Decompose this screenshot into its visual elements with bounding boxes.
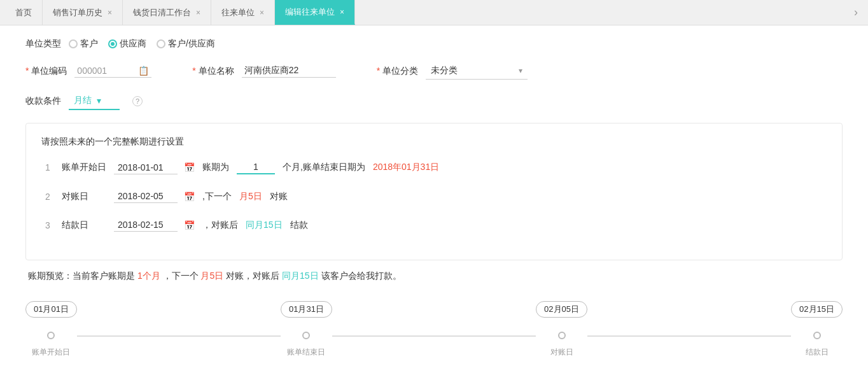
row-2-label: 对账日	[62, 191, 106, 202]
timeline-date-2: 01月31日	[281, 301, 332, 318]
timeline-label-1: 账单开始日	[32, 347, 70, 358]
setting-row-1: 1 账单开始日 2018-01-01 📅 账期为 个月,账单结束日期为 2018…	[41, 160, 827, 174]
row-3-date-group: 2018-02-15 📅	[114, 218, 195, 232]
tab-partner-unit[interactable]: 往来单位 ×	[211, 0, 275, 25]
row-3-suffix-after: 结款	[290, 220, 308, 231]
row-1-suffix-after: 个月,账单结束日期为	[283, 162, 365, 173]
preview-row: 账期预览：当前客户账期是 1个月 ，下一个 月5日 对账，对账后 同月15日 该…	[25, 271, 843, 282]
payment-select[interactable]: 月结 ▾	[69, 92, 120, 110]
tab-bar: 首页 销售订单历史 × 钱货日清工作台 × 往来单位 × 编辑往来单位 × ›	[0, 0, 868, 25]
preview-suffix: 该客户会给我打款。	[321, 271, 402, 281]
tab-partner-unit-label: 往来单位	[221, 7, 255, 18]
timeline-segment-4: 02月15日 结款日	[791, 301, 843, 358]
timeline-line-3	[587, 335, 791, 337]
code-input[interactable]	[77, 66, 134, 76]
row-1-date-group: 2018-01-01 📅	[114, 161, 195, 174]
timeline-dot-3	[558, 332, 566, 339]
timeline-label-2: 账单结束日	[287, 347, 325, 358]
category-arrow-icon: ▾	[519, 66, 522, 75]
preview-mid1: ，下一个	[163, 271, 199, 281]
tab-edit-partner-close[interactable]: ×	[340, 8, 344, 17]
row-3-date: 2018-02-15	[114, 218, 178, 232]
preview-item3: 同月15日	[282, 271, 319, 281]
row-1-label: 账单开始日	[62, 162, 106, 173]
tab-edit-partner[interactable]: 编辑往来单位 ×	[275, 0, 355, 25]
row-2-num: 2	[41, 192, 54, 202]
tab-expand-button[interactable]: ›	[849, 6, 863, 19]
tab-cash-work[interactable]: 钱货日清工作台 ×	[123, 0, 211, 25]
timeline-node-4: 02月15日 结款日	[791, 301, 843, 358]
timeline-date-1: 01月01日	[25, 301, 77, 318]
main-content: 单位类型 客户 供应商 客户/供应商 单位编码 📋 单位名称	[0, 25, 868, 387]
timeline-dot-4	[813, 332, 821, 339]
setting-row-3: 3 结款日 2018-02-15 📅 ，对账后 同月15日 结款	[41, 218, 827, 232]
radio-customer[interactable]: 客户	[69, 38, 98, 50]
row-1-cal-icon[interactable]: 📅	[184, 162, 195, 172]
unit-type-row: 单位类型 客户 供应商 客户/供应商	[25, 38, 843, 50]
payment-row: 收款条件 月结 ▾ ?	[25, 92, 843, 110]
code-input-group: 📋	[74, 64, 151, 78]
radio-supplier[interactable]: 供应商	[108, 38, 146, 50]
timeline-dot-1	[47, 332, 55, 339]
row-1-highlight: 2018年01月31日	[373, 162, 439, 173]
row-2-suffix-after: 对账	[270, 191, 288, 202]
tab-partner-unit-close[interactable]: ×	[260, 8, 264, 17]
row-2-date-group: 2018-02-05 📅	[114, 190, 195, 203]
timeline-date-4: 02月15日	[791, 301, 843, 318]
row-2-date: 2018-02-05	[114, 190, 178, 203]
radio-customer-circle	[69, 39, 78, 48]
row-2-suffix-before: ,下一个	[202, 191, 232, 202]
timeline-dot-2	[302, 332, 310, 339]
row-3-cal-icon[interactable]: 📅	[184, 220, 195, 230]
timeline-segment-1: 01月01日 账单开始日	[25, 301, 281, 358]
settings-panel: 请按照未来的一个完整帐期进行设置 1 账单开始日 2018-01-01 📅 账期…	[25, 123, 843, 260]
payment-label: 收款条件	[25, 95, 61, 107]
preview-item2: 月5日	[200, 271, 223, 281]
tab-home-label: 首页	[15, 7, 32, 18]
name-input[interactable]	[244, 66, 333, 76]
payment-arrow-icon: ▾	[97, 95, 101, 106]
code-name-category-row: 单位编码 📋 单位名称 单位分类 未分类 ▾	[25, 62, 843, 80]
timeline-label-3: 对账日	[550, 347, 573, 358]
radio-supplier-circle	[108, 39, 117, 48]
radio-supplier-label: 供应商	[120, 38, 146, 50]
tab-edit-partner-label: 编辑往来单位	[285, 6, 335, 18]
category-select[interactable]: 未分类 ▾	[426, 62, 528, 80]
unit-type-radio-group: 客户 供应商 客户/供应商	[69, 38, 215, 50]
code-icon[interactable]: 📋	[138, 66, 149, 76]
timeline-label-4: 结款日	[806, 347, 829, 358]
tab-sales-history[interactable]: 销售订单历史 ×	[43, 0, 123, 25]
radio-both-label: 客户/供应商	[168, 38, 215, 50]
radio-customer-label: 客户	[80, 38, 98, 50]
row-3-suffix-before: ，对账后	[202, 220, 238, 231]
timeline-date-3: 02月05日	[536, 301, 587, 318]
tab-sales-history-close[interactable]: ×	[108, 8, 112, 17]
category-value: 未分类	[431, 65, 514, 76]
timeline-line-2	[332, 335, 536, 337]
row-3-highlight: 同月15日	[246, 220, 283, 231]
tab-home[interactable]: 首页	[5, 0, 43, 25]
unit-type-label: 单位类型	[25, 38, 61, 50]
code-label: 单位编码	[25, 66, 67, 77]
setting-row-2: 2 对账日 2018-02-05 📅 ,下一个 月5日 对账	[41, 190, 827, 203]
panel-description: 请按照未来的一个完整帐期进行设置	[41, 136, 827, 148]
tab-cash-work-label: 钱货日清工作台	[133, 7, 191, 18]
name-label: 单位名称	[192, 66, 234, 77]
row-1-date: 2018-01-01	[114, 161, 178, 174]
row-3-label: 结款日	[62, 220, 106, 231]
name-input-group	[242, 64, 336, 78]
payment-value: 月结	[74, 95, 92, 106]
category-label: 单位分类	[377, 66, 418, 77]
month-input[interactable]	[237, 160, 275, 174]
help-icon[interactable]: ?	[132, 96, 143, 106]
timeline: 01月01日 账单开始日 01月31日 账单结束日 02月05日	[25, 295, 843, 370]
radio-both[interactable]: 客户/供应商	[157, 38, 215, 50]
row-2-cal-icon[interactable]: 📅	[184, 192, 195, 202]
timeline-node-3: 02月05日 对账日	[536, 301, 587, 358]
tab-cash-work-close[interactable]: ×	[196, 8, 200, 17]
tab-sales-history-label: 销售订单历史	[53, 7, 102, 18]
row-3-num: 3	[41, 220, 54, 230]
row-2-highlight: 月5日	[239, 191, 262, 202]
timeline-node-1: 01月01日 账单开始日	[25, 301, 77, 358]
radio-supplier-dot	[111, 42, 115, 46]
